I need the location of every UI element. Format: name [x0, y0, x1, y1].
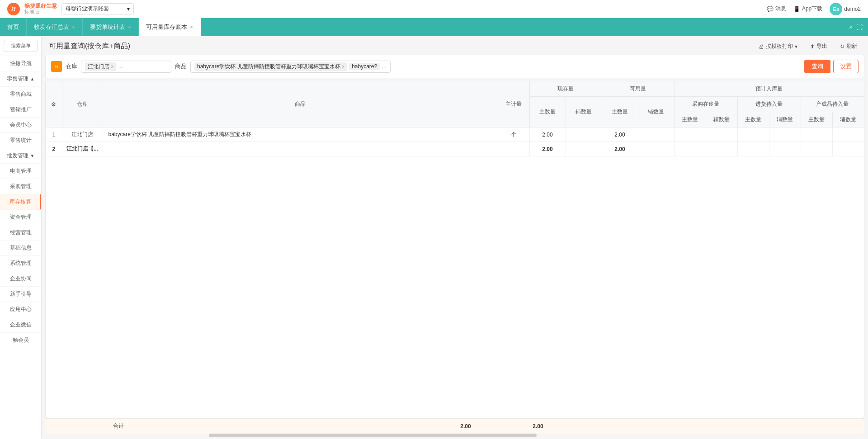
- sidebar-item-retail-stats[interactable]: 零售统计: [0, 133, 41, 148]
- top-bar-right: 💬 消息 📱 App下载 Ea demo2: [767, 3, 861, 15]
- sidebar-item-retail-mall[interactable]: 零售商城: [0, 87, 41, 102]
- filter-bar: » 仓库 江北门店 × ··· 商品 babycare学饮杯 儿童防摔防撞吸管杯…: [45, 55, 864, 78]
- export-btn[interactable]: ⬆ 导出: [807, 41, 831, 52]
- th-pa-main: 主数量: [737, 112, 769, 127]
- warehouse-label: 仓库: [66, 62, 77, 71]
- sidebar-item-operations[interactable]: 经营管理: [0, 225, 41, 241]
- row-2-current-main: 2.00: [529, 142, 566, 156]
- chevron-down-icon: ▾: [127, 6, 130, 12]
- filter-actions: 查询 设置: [804, 60, 859, 73]
- th-unit: 主计量: [498, 81, 529, 127]
- th-pt-aux: 辅数量: [706, 112, 737, 127]
- tab-close-requisition[interactable]: ×: [128, 24, 131, 30]
- sidebar-item-retail-mgmt[interactable]: 零售管理 ▲: [0, 71, 41, 87]
- row-2-pt-main: [674, 142, 706, 156]
- app-download-btn[interactable]: 📱 App下载: [793, 5, 822, 13]
- sidebar-item-app-center[interactable]: 应用中心: [0, 302, 41, 317]
- export-icon: ⬆: [810, 43, 815, 50]
- th-product: 商品: [103, 81, 498, 127]
- table-area: ⚙ 仓库 商品 主计量 现存量 可用量 预计入库量 主数量 辅数量 主数量 辅数…: [45, 81, 864, 418]
- sidebar-item-wechat-biz[interactable]: 企业微信: [0, 317, 41, 333]
- row-2-pa-main: [737, 142, 769, 156]
- product-filter[interactable]: babycare学饮杯 儿童防摔防撞吸管杯重力球吸嘴杯宝宝水杯 × babyca…: [190, 61, 391, 73]
- sidebar-item-finance[interactable]: 资金管理: [0, 210, 41, 225]
- tab-close-available[interactable]: ×: [190, 24, 193, 30]
- footer-label: 合计: [108, 422, 416, 430]
- product-dots[interactable]: ···: [382, 63, 387, 70]
- sidebar-item-quicknav[interactable]: 快捷导航: [0, 56, 41, 71]
- sidebar-item-enterprise[interactable]: 企业协同: [0, 271, 41, 287]
- table-row: 2 江北门店【... 2.00 2.00: [46, 142, 864, 156]
- row-1-pa-main: [737, 127, 769, 142]
- sidebar-item-ecommerce[interactable]: 电商管理: [0, 164, 41, 179]
- sidebar-item-inventory[interactable]: 库存核算: [0, 194, 41, 210]
- sidebar-item-newbie[interactable]: 新手引导: [0, 287, 41, 302]
- message-icon: 💬: [767, 6, 774, 12]
- sidebar-item-member[interactable]: 畅会员: [0, 333, 41, 348]
- top-bar-left: 好 畅捷通好生意 标准版 母婴行业演示账套 ▾: [7, 3, 134, 15]
- row-1-prod-aux: [832, 127, 864, 142]
- sidebar-item-wholesale[interactable]: 批发管理 ▼: [0, 148, 41, 164]
- warehouse-filter[interactable]: 江北门店 × ···: [81, 61, 171, 73]
- window-controls: × ⛶: [844, 18, 868, 36]
- query-btn[interactable]: 查询: [804, 60, 830, 73]
- th-purchase-transit: 采购在途量: [674, 97, 737, 112]
- settings-btn[interactable]: 设置: [833, 60, 859, 73]
- logo-icon: 好: [7, 3, 20, 15]
- sidebar-item-marketing[interactable]: 营销推广: [0, 102, 41, 118]
- remove-product-tag-1[interactable]: ×: [342, 64, 344, 69]
- row-2-unit: [498, 142, 529, 156]
- row-1-unit: 个: [498, 127, 529, 142]
- row-1-pt-main: [674, 127, 706, 142]
- tab-available[interactable]: 可用量库存账本 ×: [139, 18, 201, 36]
- sidebar-item-system[interactable]: 系统管理: [0, 256, 41, 271]
- row-1-avail-main: 2.00: [602, 127, 638, 142]
- row-1-warehouse: 江北门店: [62, 127, 103, 142]
- th-warehouse: 仓库: [62, 81, 103, 127]
- th-forecast-in: 预计入库量: [674, 81, 864, 97]
- tab-close-receivesend[interactable]: ×: [72, 24, 75, 30]
- row-2-pt-aux: [706, 142, 737, 156]
- row-1-current-main: 2.00: [529, 127, 566, 142]
- th-pa-aux: 辅数量: [769, 112, 801, 127]
- page-title: 可用量查询(按仓库+商品): [49, 42, 130, 51]
- sidebar-item-basic-info[interactable]: 基础信息: [0, 241, 41, 256]
- th-available: 可用量: [602, 81, 674, 97]
- tab-home[interactable]: 首页: [0, 18, 27, 36]
- th-pt-main: 主数量: [674, 112, 706, 127]
- tab-requisition[interactable]: 要货单统计表 ×: [83, 18, 139, 36]
- sidebar: 搜索菜单 快捷导航 零售管理 ▲ 零售商城 营销推广 会员中心 零售统计 批发管…: [0, 36, 42, 439]
- search-menu-btn[interactable]: 搜索菜单: [4, 40, 38, 52]
- warehouse-tag: 江北门店 ×: [85, 62, 116, 71]
- chevron-down-icon: ▼: [30, 153, 35, 158]
- th-production-arriving: 产成品待入量: [801, 97, 864, 112]
- std-label: 标准版: [24, 9, 57, 15]
- product-tag-1: babycare学饮杯 儿童防摔防撞吸管杯重力球吸嘴杯宝宝水杯 ×: [194, 62, 347, 71]
- filter-toggle-btn[interactable]: »: [51, 61, 62, 72]
- row-1-prod-main: [801, 127, 832, 142]
- close-window-btn[interactable]: ×: [849, 24, 853, 31]
- row-2-avail-aux: [638, 142, 674, 156]
- sidebar-item-member-center[interactable]: 会员中心: [0, 118, 41, 133]
- page-header: 可用量查询(按仓库+商品) 🖨 按模板打印 ▾ ⬆ 导出 ↻ 刷新: [42, 36, 868, 55]
- row-1-settings: 1: [46, 127, 62, 142]
- sidebar-item-purchase[interactable]: 采购管理: [0, 179, 41, 194]
- th-prod-main: 主数量: [801, 112, 832, 127]
- user-menu[interactable]: Ea demo2: [830, 3, 861, 15]
- horizontal-scrollbar[interactable]: [45, 434, 864, 437]
- warehouse-dots[interactable]: ···: [118, 63, 123, 70]
- tab-receivesend[interactable]: 收发存汇总表 ×: [27, 18, 83, 36]
- print-btn[interactable]: 🖨 按模板打印 ▾: [755, 41, 801, 52]
- main-layout: 搜索菜单 快捷导航 零售管理 ▲ 零售商城 营销推广 会员中心 零售统计 批发管…: [0, 36, 868, 439]
- remove-warehouse-tag[interactable]: ×: [111, 64, 113, 69]
- nav-tabs-bar: 首页 收发存汇总表 × 要货单统计表 × 可用量库存账本 × × ⛶: [0, 18, 868, 36]
- scrollbar-thumb: [209, 434, 537, 437]
- refresh-btn[interactable]: ↻ 刷新: [836, 41, 861, 52]
- industry-select[interactable]: 母婴行业演示账套 ▾: [61, 3, 134, 14]
- settings-icon[interactable]: ⚙: [51, 101, 56, 108]
- maximize-window-btn[interactable]: ⛶: [856, 24, 863, 31]
- row-2-prod-aux: [832, 142, 864, 156]
- footer-avail-main: 2.00: [520, 423, 556, 430]
- message-btn[interactable]: 💬 消息: [767, 5, 786, 13]
- th-prod-aux: 辅数量: [832, 112, 864, 127]
